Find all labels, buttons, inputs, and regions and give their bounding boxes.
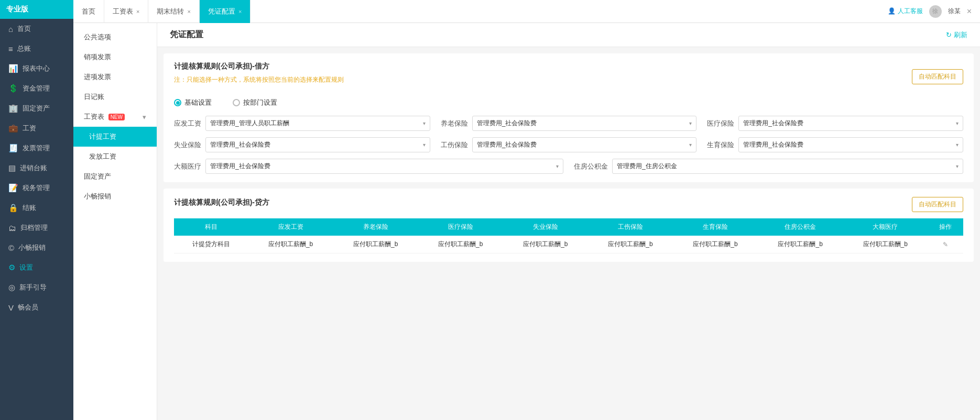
left-nav-xiaochang-expense[interactable]: 小畅报销 — [73, 186, 157, 206]
credit-section: 计提核算规则(公司承担)-贷方 自动匹配科目 科目 应发工资 养老保险 医疗保险… — [164, 189, 974, 262]
tab-salary-table[interactable]: 工资表 × — [104, 0, 148, 23]
field-injury: 工伤保险 管理费用_社会保险费 ▾ — [441, 137, 697, 152]
sidebar-item-label: 新手引导 — [19, 283, 47, 292]
sidebar-item-close[interactable]: 🔒 结账 — [0, 198, 73, 218]
sidebar-item-label: 发票管理 — [23, 143, 50, 153]
sidebar-item-ledger[interactable]: ≡ 总账 — [0, 39, 73, 59]
inventory-icon: ▤ — [8, 163, 16, 173]
reports-icon: 📊 — [8, 64, 18, 73]
col-maternity: 生育保险 — [673, 218, 758, 236]
left-nav-purchase-invoice[interactable]: 进项发票 — [73, 67, 157, 87]
chevron-down-icon: ▾ — [956, 120, 959, 126]
credit-table-head: 科目 应发工资 养老保险 医疗保险 失业保险 工伤保险 生育保险 住房公积金 大… — [174, 218, 963, 236]
tab-period-close-label: 期末结转 — [157, 7, 184, 16]
tab-voucher-config-close[interactable]: × — [238, 8, 242, 15]
edit-icon[interactable]: ✎ — [943, 241, 948, 248]
sidebar-item-label: 进销台账 — [20, 163, 47, 173]
guide-icon: ◎ — [8, 283, 15, 292]
salary-icon: 💼 — [8, 124, 18, 133]
vip-icon: V — [8, 303, 14, 312]
debit-section-header-row: 计提核算规则(公司承担)-借方 注：只能选择一种方式，系统将按照您当前的选择来配… — [174, 62, 963, 92]
col-injury: 工伤保险 — [588, 218, 673, 236]
cell-pension: 应付职工薪酬_b — [333, 236, 418, 253]
select-major-medical[interactable]: 管理费用_社会保险费 ▾ — [205, 159, 563, 174]
page-header: 凭证配置 ↻ 刷新 — [157, 23, 980, 47]
cell-action[interactable]: ✎ — [928, 236, 963, 253]
window-close-btn[interactable]: × — [967, 7, 972, 16]
sidebar-item-archive[interactable]: 🗂 归档管理 — [0, 218, 73, 238]
sidebar-item-label: 税务管理 — [23, 183, 50, 193]
sidebar-item-reports[interactable]: 📊 报表中心 — [0, 59, 73, 79]
sidebar-item-xiaochang[interactable]: © 小畅报销 — [0, 238, 73, 258]
sidebar-item-label: 首页 — [17, 24, 31, 34]
select-unemployment[interactable]: 管理费用_社会保险费 ▾ — [205, 137, 430, 152]
radio-basic[interactable]: 基础设置 — [174, 98, 212, 107]
debit-title: 计提核算规则(公司承担)-借方 — [174, 62, 344, 71]
col-unemployment: 失业保险 — [503, 218, 588, 236]
sidebar-item-funds[interactable]: 💲 资金管理 — [0, 79, 73, 98]
radio-dept[interactable]: 按部门设置 — [233, 98, 277, 107]
sidebar-item-tax[interactable]: 📝 税务管理 — [0, 178, 73, 198]
select-maternity[interactable]: 管理费用_社会保险费 ▾ — [738, 137, 963, 152]
debit-form-row3: 大额医疗 管理费用_社会保险费 ▾ 住房公积金 管理费用_住房公积金 ▾ — [174, 159, 963, 174]
left-nav-journal[interactable]: 日记账 — [73, 87, 157, 107]
left-nav-fixed-assets[interactable]: 固定资产 — [73, 167, 157, 186]
close-account-icon: 🔒 — [8, 203, 18, 213]
col-subject: 科目 — [174, 218, 248, 236]
sidebar-item-settings[interactable]: ⚙ 设置 — [0, 258, 73, 278]
debit-auto-match-button[interactable]: 自动匹配科目 — [912, 69, 963, 84]
refresh-button[interactable]: ↻ 刷新 — [946, 30, 967, 40]
credit-title: 计提核算规则(公司承担)-贷方 — [174, 198, 269, 207]
select-injury[interactable]: 管理费用_社会保险费 ▾ — [472, 137, 697, 152]
left-nav-panel: 公共选项 销项发票 进项发票 日记账 工资表 NEW ▾ 计提工资 发放工资 固… — [73, 23, 157, 420]
select-medical[interactable]: 管理费用_社会保险费 ▾ — [738, 116, 963, 131]
select-injury-value: 管理费用_社会保险费 — [477, 140, 537, 149]
sidebar-item-home[interactable]: ⌂ 首页 — [0, 19, 73, 39]
left-nav-calc-salary[interactable]: 计提工资 — [73, 127, 157, 147]
tab-voucher-config[interactable]: 凭证配置 × — [200, 0, 251, 23]
cell-housing-fund: 应付职工薪酬_b — [758, 236, 843, 253]
sidebar-item-label: 畅会员 — [18, 303, 38, 312]
chevron-down-icon: ▾ — [423, 142, 426, 148]
credit-auto-match-button[interactable]: 自动匹配科目 — [912, 197, 963, 212]
tab-period-close[interactable]: 期末结转 × — [148, 0, 199, 23]
sidebar-item-invoice[interactable]: 🧾 发票管理 — [0, 138, 73, 158]
select-housing-fund[interactable]: 管理费用_住房公积金 ▾ — [612, 159, 963, 174]
field-maternity: 生育保险 管理费用_社会保险费 ▾ — [707, 137, 963, 152]
sidebar-item-label: 资金管理 — [23, 84, 50, 93]
credit-table-body: 计提贷方科目 应付职工薪酬_b 应付职工薪酬_b 应付职工薪酬_b 应付职工薪酬… — [174, 236, 963, 253]
user-name: 徐某 — [948, 7, 961, 16]
left-nav-sales-invoice[interactable]: 销项发票 — [73, 47, 157, 67]
chevron-down-icon: ▾ — [556, 163, 559, 169]
chevron-down-icon: ▾ — [956, 142, 959, 148]
select-medical-value: 管理费用_社会保险费 — [743, 119, 803, 128]
user-avatar: 徐 — [929, 5, 942, 18]
label-medical: 医疗保险 — [707, 119, 734, 128]
left-nav-salary-table-label: 工资表 NEW — [84, 112, 125, 121]
select-pension[interactable]: 管理费用_社会保险费 ▾ — [472, 116, 697, 131]
tax-icon: 📝 — [8, 183, 18, 193]
app-title: 专业版 — [6, 5, 28, 14]
cell-subject: 计提贷方科目 — [174, 236, 248, 253]
select-unemployment-value: 管理费用_社会保险费 — [210, 140, 270, 149]
sidebar-item-guide[interactable]: ◎ 新手引导 — [0, 278, 73, 297]
tab-home[interactable]: 首页 — [73, 0, 104, 23]
field-pension: 养老保险 管理费用_社会保险费 ▾ — [441, 116, 697, 131]
sidebar-item-inventory[interactable]: ▤ 进销台账 — [0, 158, 73, 178]
tab-period-close-close[interactable]: × — [187, 8, 190, 15]
field-salary: 应发工资 管理费用_管理人员职工薪酬 ▾ — [174, 116, 430, 131]
select-salary[interactable]: 管理费用_管理人员职工薪酬 ▾ — [205, 116, 430, 131]
new-badge: NEW — [108, 114, 125, 120]
sidebar-item-vip[interactable]: V 畅会员 — [0, 297, 73, 317]
select-salary-value: 管理费用_管理人员职工薪酬 — [210, 119, 289, 128]
chevron-down-icon: ▾ — [423, 120, 426, 126]
sidebar-item-fixed-assets[interactable]: 🏢 固定资产 — [0, 98, 73, 118]
topbar: 首页 工资表 × 期末结转 × 凭证配置 × 👤 人工客服 徐 徐某 × — [73, 0, 980, 23]
left-nav-pay-salary[interactable]: 发放工资 — [73, 147, 157, 167]
chevron-down-icon: ▾ — [689, 120, 692, 126]
sidebar-item-salary[interactable]: 💼 工资 — [0, 118, 73, 138]
left-nav-salary-table[interactable]: 工资表 NEW ▾ — [73, 107, 157, 127]
tab-salary-table-close[interactable]: × — [136, 8, 139, 15]
left-nav-public[interactable]: 公共选项 — [73, 27, 157, 47]
user-service-label[interactable]: 👤 人工客服 — [888, 7, 922, 16]
